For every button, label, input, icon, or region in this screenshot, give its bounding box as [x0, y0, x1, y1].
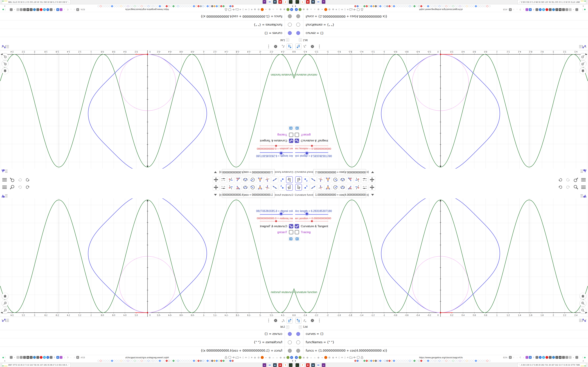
tool-reflect-about-line[interactable] [354, 184, 361, 191]
bookmark-favicon[interactable] [143, 360, 145, 362]
kebab-menu-icon[interactable] [316, 43, 322, 50]
gear-icon[interactable]: ⚙ [328, 8, 331, 11]
lock-icon[interactable] [361, 8, 363, 11]
bookmark-favicon[interactable]: G [193, 5, 195, 7]
visibility-dot-curves[interactable] [288, 332, 292, 336]
tool-slider[interactable]: a = 2 [361, 184, 368, 191]
settings-gear-button[interactable] [309, 317, 315, 324]
globe-color-icon[interactable] [33, 356, 36, 359]
algebra-expression[interactable]: curves = {} [306, 332, 324, 335]
settings-gear-icon[interactable] [10, 8, 13, 11]
bookmark-favicon[interactable] [441, 5, 443, 7]
slider-thumb[interactable] [280, 213, 282, 215]
bookmark-favicon[interactable]: G [111, 360, 113, 362]
settings-gear-button[interactable] [309, 43, 315, 50]
bookmark-favicon[interactable] [227, 5, 229, 7]
bookmark-favicon[interactable] [395, 5, 397, 7]
bookmark-favicon[interactable] [407, 360, 409, 362]
bookmark-favicon[interactable]: W [211, 5, 213, 7]
bookmark-star-icon[interactable]: ☆ [512, 8, 515, 11]
taskbar-app-floppy-64[interactable]: 64 [316, 363, 320, 367]
bookmark-favicon[interactable] [425, 5, 427, 7]
bookmark-favicon[interactable] [225, 360, 227, 362]
bookmark-favicon[interactable] [134, 5, 136, 7]
bookmark-favicon[interactable] [141, 5, 143, 7]
shield-icon[interactable] [357, 356, 360, 359]
bookmark-favicon[interactable] [407, 5, 409, 7]
firefox-icon[interactable] [324, 8, 327, 11]
algebra-expression[interactable]: curves = {} [264, 32, 282, 35]
visibility-dot-curves[interactable] [296, 332, 300, 336]
recorder-icon[interactable] [40, 8, 43, 11]
algebra-expression[interactable]: funcs = {1.000000000000 + cos(4.00000000… [306, 349, 388, 352]
bookmark-favicon[interactable] [377, 5, 379, 7]
bookmark-favicon[interactable]: G [207, 360, 209, 362]
auxiliary-objects-button[interactable]: fx [280, 43, 285, 50]
avatar-icon[interactable] [299, 8, 302, 11]
bookmark-favicon[interactable] [170, 5, 172, 7]
tool-circle-with-center[interactable] [249, 176, 256, 183]
arc-position-slider[interactable] [295, 144, 328, 147]
globe-icon[interactable]: ⊕ [332, 8, 335, 11]
taskbar-app-firefox[interactable]: F [284, 0, 287, 4]
headset-icon[interactable]: ∩ [313, 8, 316, 11]
bookmark-favicon[interactable]: G [370, 5, 372, 7]
archive-icon[interactable]: J [555, 8, 558, 11]
paint-icon[interactable] [60, 8, 62, 11]
bookmark-favicon[interactable] [202, 360, 204, 362]
globe-icon[interactable]: ⊕ [283, 356, 286, 359]
tool-polygon[interactable] [257, 176, 263, 183]
algebra-expression[interactable]: funcs = {1.000000000000 + cos(4.00000000… [200, 15, 282, 18]
bookmark-favicon[interactable] [218, 5, 220, 7]
firefox-icon[interactable] [261, 8, 264, 11]
bookmark-favicon[interactable] [461, 5, 463, 7]
tool-move-graphics-view[interactable] [213, 176, 219, 183]
ud-badge-icon[interactable]: UD [26, 356, 29, 359]
tool-perpendicular-line[interactable] [264, 184, 271, 191]
forward-arrow-icon[interactable]: → [516, 8, 518, 11]
algebra-expression[interactable]: curves = {} [306, 32, 324, 35]
zoom-in-button[interactable] [2, 300, 9, 307]
bookmark-favicon[interactable] [109, 5, 111, 7]
menu-button[interactable] [581, 184, 586, 190]
bookmark-favicon[interactable] [468, 360, 470, 362]
algebra-expression[interactable]: funcNames = {" "} [306, 341, 334, 344]
globe-color-icon[interactable] [33, 8, 36, 11]
sort-tree-button[interactable] [287, 317, 293, 324]
tracing-checkbox[interactable] [295, 230, 299, 234]
tool-angle[interactable]: α [347, 176, 353, 183]
bookmark-favicon[interactable] [384, 360, 386, 362]
tracing-checkbox[interactable] [295, 133, 299, 137]
pin-icon[interactable]: Y [290, 356, 293, 359]
tool-circle-with-center[interactable] [249, 184, 256, 191]
graphics-stylebar-icon[interactable] [580, 194, 587, 199]
wrench-icon[interactable]: ⌁ [264, 8, 268, 11]
tool-perpendicular-line[interactable] [264, 176, 271, 183]
gear-icon[interactable]: ⚙ [257, 8, 260, 11]
bookmark-favicon[interactable] [450, 360, 452, 362]
auxiliary-objects-button[interactable]: fx [280, 317, 285, 324]
bookmark-favicon[interactable] [127, 5, 129, 7]
arc-length-slider[interactable] [295, 151, 328, 154]
bookmarks-expand-chevron[interactable]: ∧ [4, 5, 6, 8]
bookmark-favicon[interactable] [134, 360, 136, 362]
bookmark-favicon[interactable] [104, 360, 106, 362]
bookmark-favicon[interactable] [436, 5, 438, 7]
folder-icon[interactable] [349, 8, 353, 11]
shield-icon[interactable] [562, 356, 565, 359]
bookmark-favicon[interactable] [477, 360, 479, 362]
overflow-menu-icon[interactable]: ⋮ [4, 8, 6, 11]
bookmark-favicon[interactable] [429, 360, 431, 362]
bookmark-favicon[interactable]: G [414, 5, 415, 7]
tool-perpendicular-line[interactable] [317, 176, 324, 183]
avatar-icon[interactable] [286, 8, 289, 11]
menu-button[interactable] [2, 184, 7, 190]
reader-icon[interactable]: A [76, 356, 79, 359]
bookmark-favicon[interactable] [423, 360, 424, 362]
bookmark-favicon[interactable] [125, 360, 127, 362]
bookmark-favicon[interactable] [191, 360, 193, 362]
bookmark-favicon[interactable] [191, 5, 193, 7]
add-icon[interactable]: + [539, 8, 542, 11]
globe-gray-icon[interactable] [20, 356, 23, 359]
curvature-tangent-checkbox[interactable] [289, 139, 293, 143]
